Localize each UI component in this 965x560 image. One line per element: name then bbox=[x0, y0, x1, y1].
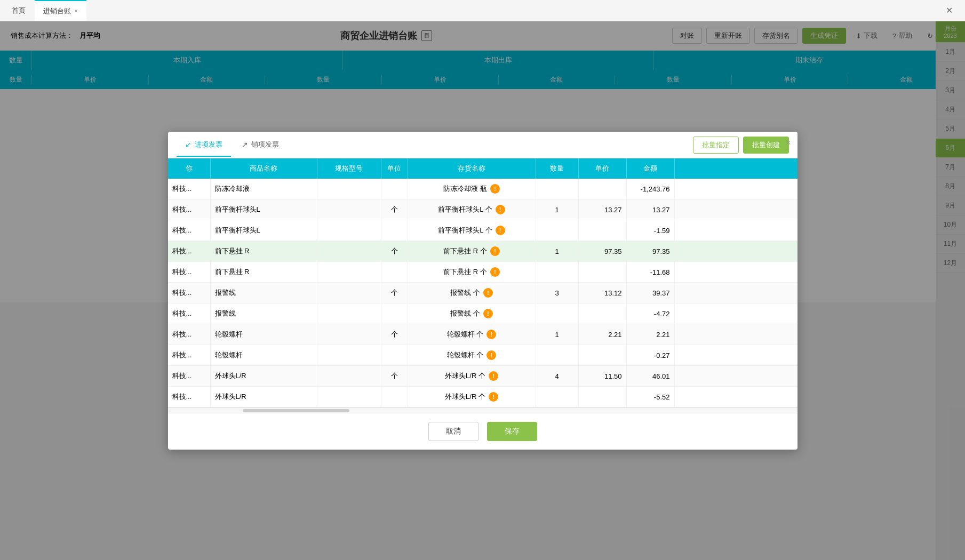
table-row[interactable]: 科技... 前平衡杆球头L 个 前平衡杆球头L 个 ! 1 13.27 13.2… bbox=[168, 199, 797, 220]
dialog-scrollbar-thumb[interactable] bbox=[243, 409, 349, 412]
inventory-name-text: 前下悬挂 R 个 bbox=[443, 246, 487, 256]
table-row[interactable]: 科技... 前下悬挂 R 前下悬挂 R 个 ! -11.68 bbox=[168, 262, 797, 283]
warn-icon: ! bbox=[490, 184, 500, 194]
dialog-scrollbar[interactable] bbox=[168, 407, 797, 413]
warn-icon: ! bbox=[489, 392, 498, 402]
cell-spec bbox=[317, 241, 381, 261]
cell-inventory-name: 外球头L/R 个 ! bbox=[408, 366, 536, 386]
home-tab[interactable]: 首页 bbox=[5, 0, 32, 21]
cell-supplier: 科技... bbox=[168, 199, 211, 220]
cell-inventory-name: 轮毂螺杆 个 ! bbox=[408, 324, 536, 345]
inventory-name-text: 轮毂螺杆 个 bbox=[447, 350, 484, 360]
dialog-close-button[interactable]: × bbox=[786, 138, 791, 148]
table-row[interactable]: 科技... 外球头L/R 外球头L/R 个 ! -5.52 bbox=[168, 387, 797, 407]
cell-unit bbox=[381, 345, 408, 365]
warn-icon: ! bbox=[490, 246, 500, 256]
cell-amount: 97.35 bbox=[627, 241, 675, 261]
cell-supplier: 科技... bbox=[168, 179, 211, 199]
col-unit: 单位 bbox=[381, 158, 408, 179]
cell-unit: 个 bbox=[381, 199, 408, 220]
cell-unit-price: 11.50 bbox=[579, 366, 627, 386]
cell-unit: 个 bbox=[381, 324, 408, 345]
tab-close-icon[interactable]: × bbox=[74, 7, 78, 15]
save-button[interactable]: 保存 bbox=[487, 422, 537, 441]
dialog-actions: 批量指定 批量创建 bbox=[693, 137, 789, 154]
cell-spec bbox=[317, 324, 381, 345]
table-row[interactable]: 科技... 轮毂螺杆 个 轮毂螺杆 个 ! 1 2.21 2.21 bbox=[168, 324, 797, 345]
cell-quantity: 1 bbox=[536, 324, 579, 345]
cell-goods-name: 前平衡杆球头L bbox=[211, 199, 317, 220]
cell-inventory-name: 轮毂螺杆 个 ! bbox=[408, 345, 536, 365]
cell-inventory-name: 前下悬挂 R 个 ! bbox=[408, 241, 536, 261]
cell-unit: 个 bbox=[381, 366, 408, 386]
inventory-name-text: 报警线 个 bbox=[450, 288, 480, 298]
cell-spec bbox=[317, 283, 381, 303]
cell-supplier: 科技... bbox=[168, 324, 211, 345]
table-row[interactable]: 科技... 报警线 报警线 个 ! -4.72 bbox=[168, 303, 797, 324]
dialog: ↙ 进项发票 ↗ 销项发票 批量指定 批量创建 × 你 商品名称 规格型 bbox=[168, 132, 797, 450]
cell-quantity bbox=[536, 345, 579, 365]
cell-inventory-name: 防冻冷却液 瓶 ! bbox=[408, 179, 536, 199]
cell-goods-name: 外球头L/R bbox=[211, 366, 317, 386]
cell-amount: -11.68 bbox=[627, 262, 675, 282]
table-row[interactable]: 科技... 报警线 个 报警线 个 ! 3 13.12 39.37 bbox=[168, 283, 797, 303]
table-row[interactable]: 科技... 前平衡杆球头L 前平衡杆球头L 个 ! -1.59 bbox=[168, 220, 797, 241]
cell-amount: 13.27 bbox=[627, 199, 675, 220]
tab-out-invoice[interactable]: ↗ 销项发票 bbox=[233, 133, 288, 157]
cell-spec bbox=[317, 366, 381, 386]
cell-unit: 个 bbox=[381, 283, 408, 303]
table-row[interactable]: 科技... 外球头L/R 个 外球头L/R 个 ! 4 11.50 46.01 bbox=[168, 366, 797, 387]
modal-overlay: ↙ 进项发票 ↗ 销项发票 批量指定 批量创建 × 你 商品名称 规格型 bbox=[0, 21, 965, 560]
cell-supplier: 科技... bbox=[168, 366, 211, 386]
window-close-button[interactable]: ✕ bbox=[938, 0, 960, 21]
warn-icon: ! bbox=[483, 288, 493, 298]
dialog-table: 你 商品名称 规格型号 单位 存货名称 数量 单价 金额 科技... 防冻冷却液… bbox=[168, 158, 797, 407]
cell-unit-price bbox=[579, 387, 627, 407]
cell-unit: 个 bbox=[381, 241, 408, 261]
cell-unit-price bbox=[579, 220, 627, 241]
cell-supplier: 科技... bbox=[168, 220, 211, 241]
table-row[interactable]: 科技... 轮毂螺杆 轮毂螺杆 个 ! -0.27 bbox=[168, 345, 797, 366]
cell-inventory-name: 外球头L/R 个 ! bbox=[408, 387, 536, 407]
cell-supplier: 科技... bbox=[168, 262, 211, 282]
cell-goods-name: 轮毂螺杆 bbox=[211, 345, 317, 365]
cell-unit-price bbox=[579, 303, 627, 324]
cell-supplier: 科技... bbox=[168, 283, 211, 303]
cell-quantity bbox=[536, 303, 579, 324]
dialog-header: ↙ 进项发票 ↗ 销项发票 批量指定 批量创建 × bbox=[168, 132, 797, 158]
warn-icon: ! bbox=[496, 226, 505, 235]
cell-inventory-name: 前平衡杆球头L 个 ! bbox=[408, 199, 536, 220]
batch-assign-button[interactable]: 批量指定 bbox=[693, 137, 739, 154]
out-invoice-icon: ↗ bbox=[242, 140, 248, 149]
cell-amount: -5.52 bbox=[627, 387, 675, 407]
table-row[interactable]: 科技... 防冻冷却液 防冻冷却液 瓶 ! -1,243.76 bbox=[168, 179, 797, 199]
cell-quantity: 3 bbox=[536, 283, 579, 303]
cancel-button[interactable]: 取消 bbox=[428, 422, 478, 441]
cell-quantity bbox=[536, 262, 579, 282]
cell-amount: -1,243.76 bbox=[627, 179, 675, 199]
warn-icon: ! bbox=[490, 267, 500, 277]
ledger-tab[interactable]: 进销台账 × bbox=[35, 0, 86, 21]
cell-unit-price bbox=[579, 345, 627, 365]
cell-unit bbox=[381, 387, 408, 407]
cell-unit-price: 13.12 bbox=[579, 283, 627, 303]
cell-unit-price: 13.27 bbox=[579, 199, 627, 220]
cell-amount: 2.21 bbox=[627, 324, 675, 345]
table-row[interactable]: 科技... 前下悬挂 R 个 前下悬挂 R 个 ! 1 97.35 97.35 bbox=[168, 241, 797, 262]
cell-amount: 39.37 bbox=[627, 283, 675, 303]
cell-goods-name: 轮毂螺杆 bbox=[211, 324, 317, 345]
batch-create-button[interactable]: 批量创建 bbox=[743, 137, 789, 154]
dialog-table-header: 你 商品名称 规格型号 单位 存货名称 数量 单价 金额 bbox=[168, 158, 797, 179]
cell-quantity bbox=[536, 179, 579, 199]
col-goods-name: 商品名称 bbox=[211, 158, 317, 179]
cell-spec bbox=[317, 345, 381, 365]
cell-supplier: 科技... bbox=[168, 303, 211, 324]
cell-goods-name: 前下悬挂 R bbox=[211, 262, 317, 282]
cell-goods-name: 前平衡杆球头L bbox=[211, 220, 317, 241]
dialog-footer: 取消 保存 bbox=[168, 413, 797, 450]
cell-spec bbox=[317, 303, 381, 324]
col-spec: 规格型号 bbox=[317, 158, 381, 179]
cell-spec bbox=[317, 199, 381, 220]
tab-in-invoice[interactable]: ↙ 进项发票 bbox=[177, 133, 231, 157]
inventory-name-text: 轮毂螺杆 个 bbox=[447, 330, 484, 339]
